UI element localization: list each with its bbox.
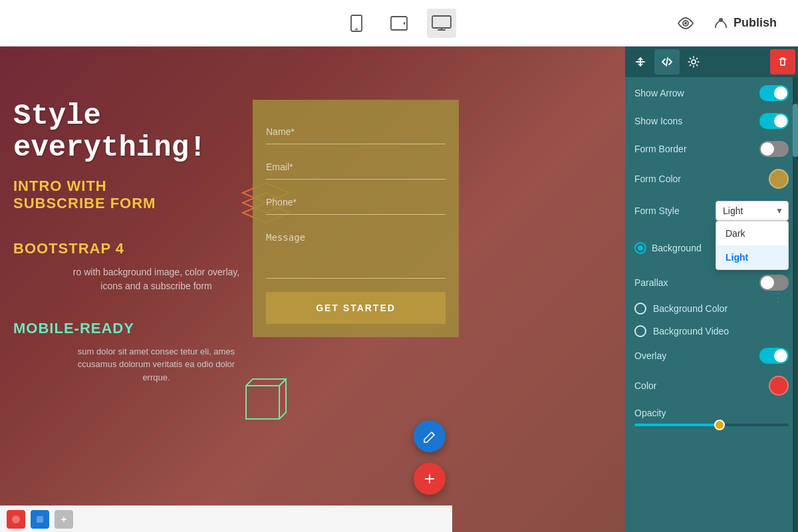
panel-settings-btn[interactable] [681,49,706,74]
tablet-device-btn[interactable] [384,9,414,38]
bg-color-radio-row: Background Color [634,303,789,315]
svg-rect-3 [404,22,405,25]
form-border-label: Form Border [634,144,687,154]
show-icons-toggle[interactable] [759,113,789,129]
bottom-btn-grey[interactable] [55,510,73,529]
form-style-select[interactable]: Light Dark [716,201,789,221]
subscribe-form: GET STARTED [253,100,459,337]
bg-video-radio-row: Background Video [634,325,789,337]
color-row: Color [634,376,789,396]
parallax-row: Parallax [634,275,789,291]
panel-scrollbar-thumb [793,104,798,157]
overlay-label: Overlay [634,350,666,361]
overlay-toggle[interactable] [759,348,789,364]
show-icons-label: Show Icons [634,116,682,126]
form-style-dropdown: Dark Light [716,221,789,270]
opacity-slider-fill [634,424,720,426]
toggle-knob [761,276,774,289]
overlay-color-swatch[interactable] [769,376,789,396]
show-arrow-row: Show Arrow [634,85,789,101]
main-area: Style everything! INTRO WITH SUBSCRIBE F… [0,47,798,532]
bg-color-radio[interactable] [634,303,646,315]
color-label: Color [634,380,656,391]
preview-icon[interactable] [676,17,695,30]
background-label: Background [652,243,702,253]
right-panel: Show Arrow Show Icons Form Border [625,47,798,532]
form-style-row: Form Style Light Dark ▼ Dark Light [634,201,789,221]
panel-delete-btn[interactable] [770,49,795,74]
form-color-label: Form Color [634,174,681,184]
canvas: Style everything! INTRO WITH SUBSCRIBE F… [0,47,625,532]
panel-scrollbar[interactable] [793,77,798,532]
form-color-row: Form Color [634,169,789,189]
dropdown-light[interactable]: Light [716,245,788,269]
email-field[interactable] [266,155,446,180]
show-arrow-toggle[interactable] [759,85,789,101]
fab-edit-button[interactable] [414,420,446,452]
lines-decoration: ⋮ [771,289,785,305]
toggle-knob [774,114,787,128]
opacity-label: Opacity [634,408,789,418]
svg-rect-13 [37,516,43,523]
opacity-row: Opacity [634,408,789,426]
bottom-btn-blue[interactable] [31,510,49,529]
svg-point-12 [12,515,20,523]
mobile-device-btn[interactable] [342,9,371,38]
panel-arrange-btn[interactable] [628,49,653,74]
dropdown-dark[interactable]: Dark [716,221,788,245]
form-style-wrapper: Light Dark ▼ Dark Light [716,201,789,221]
svg-point-7 [719,18,723,22]
parallax-label: Parallax [634,277,668,288]
bg-video-radio[interactable] [634,325,646,337]
submit-button[interactable]: GET STARTED [266,292,446,324]
device-switcher [342,9,456,38]
panel-toolbar [625,47,798,77]
name-field[interactable] [266,120,446,144]
bottom-btn-red[interactable] [7,510,25,529]
bg-color-label: Background Color [653,303,728,314]
bg-video-label: Background Video [653,326,729,336]
publish-button[interactable]: Publish [706,11,785,36]
desktop-device-btn[interactable] [427,9,456,38]
opacity-slider-thumb[interactable] [714,420,725,430]
message-field[interactable] [266,225,446,279]
form-border-toggle[interactable] [759,141,789,157]
bottom-bar [0,505,452,532]
form-color-swatch[interactable] [769,169,789,189]
opacity-slider-track[interactable] [634,424,789,426]
toggle-knob [761,142,774,156]
fab-add-button[interactable]: + [414,463,446,495]
panel-code-btn[interactable] [654,49,680,74]
publish-label: Publish [733,16,777,30]
toggle-knob [774,86,787,100]
toggle-knob [774,349,787,362]
show-icons-row: Show Icons [634,113,789,129]
svg-rect-4 [432,16,451,28]
parallax-toggle[interactable] [759,275,789,291]
toolbar-right: Publish [676,11,785,36]
show-arrow-label: Show Arrow [634,88,684,98]
svg-point-6 [684,22,687,25]
form-border-row: Form Border [634,141,789,157]
background-radio[interactable] [634,242,646,254]
svg-rect-1 [355,29,358,30]
svg-rect-11 [246,386,279,419]
phone-field[interactable] [266,190,446,215]
form-style-label: Form Style [634,205,680,216]
overlay-row: Overlay [634,348,789,364]
box-icon [239,372,293,426]
svg-point-14 [692,60,696,64]
top-toolbar: Publish [0,0,798,47]
